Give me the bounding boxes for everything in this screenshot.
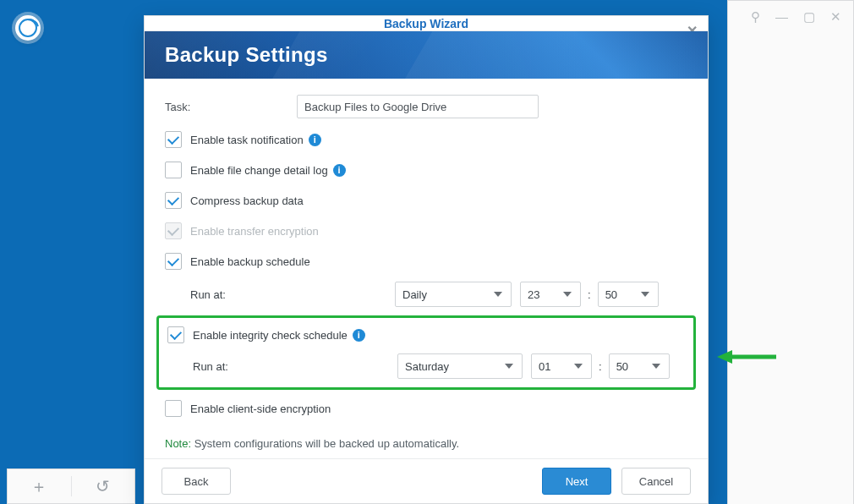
modal-titlebar: Backup Wizard ✕ [145, 16, 708, 31]
checkbox-transfer-enc [165, 222, 182, 239]
checkbox-notification[interactable] [165, 131, 182, 148]
next-button[interactable]: Next [542, 468, 611, 495]
schedule-row: Run at: Daily 23 : 50 [165, 282, 687, 307]
chevron-down-icon [641, 292, 649, 297]
bottom-toolbar: ＋ ↺ [7, 468, 135, 504]
integrity-highlight-box: Enable integrity check schedule i Run at… [156, 315, 696, 390]
label-transfer-enc: Enable transfer encryption [190, 225, 319, 238]
chevron-down-icon [574, 364, 583, 369]
maximize-icon[interactable]: ▢ [803, 10, 815, 23]
checkbox-changelog[interactable] [165, 162, 182, 178]
modal-body: Task: Enable task notification i Enable … [145, 79, 708, 458]
task-name-input[interactable] [297, 95, 539, 118]
info-icon[interactable]: i [353, 329, 365, 342]
checkbox-client-enc[interactable] [165, 400, 182, 417]
add-button[interactable]: ＋ [8, 469, 71, 503]
integrity-min-select[interactable]: 50 [609, 353, 670, 379]
dsm-app-icon[interactable] [15, 15, 41, 41]
time-separator: : [599, 360, 602, 373]
chevron-down-icon [505, 364, 513, 369]
label-notification: Enable task notification [190, 134, 304, 146]
label-changelog: Enable file change detail log [190, 164, 328, 177]
label-integrity: Enable integrity check schedule [193, 329, 348, 342]
schedule-run-label: Run at: [190, 288, 395, 301]
task-label: Task: [165, 101, 297, 113]
info-icon[interactable]: i [309, 134, 321, 146]
chevron-down-icon [494, 292, 502, 297]
integrity-run-label: Run at: [193, 360, 397, 373]
backup-wizard-modal: Backup Wizard ✕ Backup Settings Task: En… [144, 15, 709, 504]
label-client-enc: Enable client-side encryption [190, 403, 331, 415]
checkbox-integrity[interactable] [167, 326, 184, 343]
modal-banner: Backup Settings [145, 31, 708, 79]
background-window: ⚲ — ▢ ✕ [727, 0, 854, 504]
chevron-down-icon [563, 292, 572, 297]
label-compress: Compress backup data [190, 194, 304, 207]
modal-footer: Back Next Cancel [145, 458, 708, 503]
schedule-hour-select[interactable]: 23 [520, 282, 581, 307]
integrity-hour-select[interactable]: 01 [531, 353, 592, 379]
integrity-row: Run at: Saturday 01 : 50 [167, 353, 685, 379]
note-text: Note: System configurations will be back… [165, 437, 687, 450]
time-separator: : [588, 288, 591, 301]
schedule-day-select[interactable]: Daily [395, 282, 512, 307]
clock-arrow-icon [19, 19, 37, 37]
checkbox-schedule[interactable] [165, 253, 182, 270]
app-background: ⚲ — ▢ ✕ ＋ ↺ Backup Wizard ✕ Backup Setti… [0, 0, 854, 504]
history-button[interactable]: ↺ [72, 469, 135, 503]
banner-title: Backup Settings [165, 43, 328, 67]
info-icon[interactable]: i [333, 164, 346, 177]
schedule-min-select[interactable]: 50 [598, 282, 659, 307]
chevron-down-icon [652, 364, 660, 369]
cancel-button[interactable]: Cancel [621, 468, 691, 495]
label-schedule: Enable backup schedule [190, 255, 310, 268]
minimize-icon[interactable]: — [775, 10, 788, 23]
back-button[interactable]: Back [161, 468, 231, 495]
modal-title: Backup Wizard [384, 17, 468, 30]
integrity-day-select[interactable]: Saturday [397, 353, 523, 379]
close-bg-icon[interactable]: ✕ [830, 10, 841, 23]
checkbox-compress[interactable] [165, 192, 182, 209]
pin-icon[interactable]: ⚲ [751, 10, 760, 23]
